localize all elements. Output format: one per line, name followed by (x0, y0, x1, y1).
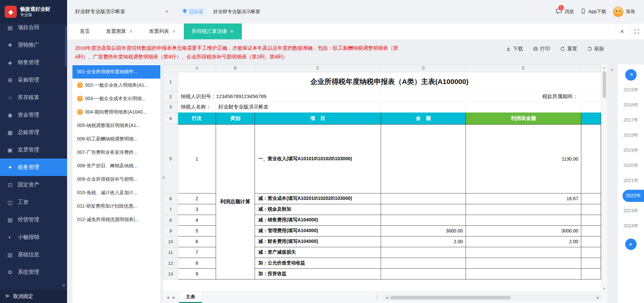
form-list-item[interactable]: ?003-一般企业成本支出明细... (72, 92, 160, 105)
collapse-years-handle[interactable]: » (610, 67, 613, 73)
row-number[interactable]: 8 (163, 215, 178, 225)
certified-badge[interactable]: 已认证 (179, 7, 207, 16)
item-cell[interactable]: 减：资产减值损失 (255, 247, 381, 258)
sheet-tab-main[interactable]: 主表 (179, 292, 202, 303)
sidebar-item[interactable]: ◫工资 (0, 193, 67, 211)
more-sheets-icon[interactable]: ⋮ (371, 295, 384, 301)
cell[interactable] (381, 102, 466, 112)
row-number[interactable]: 1 (163, 72, 178, 91)
app-download-button[interactable]: App下载 (581, 8, 606, 15)
line-number-cell[interactable]: 3 (178, 204, 216, 215)
form-list-item[interactable]: 012-减免所得税优惠明细表(... (72, 213, 160, 226)
cell[interactable] (466, 102, 581, 112)
close-tab-button[interactable]: ✕ (614, 24, 629, 39)
download-button[interactable]: 下载 (506, 46, 523, 52)
sidebar-item[interactable]: ❖营销推广 (0, 36, 67, 54)
sidebar-item[interactable]: ▧经营管理 (0, 211, 67, 228)
amount-cell[interactable] (381, 247, 466, 258)
sidebar-item[interactable]: ◐小畅报销 (0, 228, 67, 246)
column-letter[interactable]: D (381, 64, 466, 72)
row-number[interactable]: 12 (163, 258, 178, 268)
sidebar-item[interactable]: ◈销售管理 (0, 54, 67, 71)
form-list-item[interactable]: ?004-期间费用明细表(A1040... (72, 105, 160, 119)
sidebar-item[interactable]: ⌂库存核算 (0, 89, 67, 106)
row-number[interactable]: 10 (163, 236, 178, 247)
profit-amount-cell[interactable] (466, 204, 581, 215)
item-cell[interactable]: 减：税金及附加 (255, 204, 381, 215)
cell[interactable] (581, 91, 601, 102)
year-item[interactable]: 2021年 (618, 173, 644, 188)
amount-cell[interactable] (381, 215, 466, 225)
taxpayer-id-cell[interactable]: 纳税人识别号：123456789123456789 (178, 91, 381, 102)
line-number-cell[interactable]: 8 (178, 258, 216, 268)
row-number[interactable]: 7 (163, 204, 178, 215)
print-button[interactable]: 打印 (533, 46, 550, 52)
amount-cell[interactable]: 2.00 (381, 236, 466, 247)
cell[interactable] (581, 193, 601, 204)
scroll-right-icon[interactable]: ▶ (595, 295, 601, 300)
profit-amount-cell[interactable]: 18.67 (466, 193, 581, 204)
form-list-item[interactable]: 005-纳税调整项目明细表(A1... (72, 119, 160, 132)
cell[interactable] (581, 204, 601, 215)
collapse-form-list-handle[interactable]: « (162, 174, 165, 181)
form-list-item[interactable]: 010-免税、减计收入及加计... (72, 186, 160, 200)
sidebar-item[interactable]: ⚙系统管理 (0, 263, 67, 281)
profit-amount-cell[interactable] (466, 268, 581, 279)
form-list-item[interactable]: 001-企业所得税年度纳税申... (72, 65, 160, 79)
form-list-item[interactable]: 006-职工薪酬纳税调整明细... (72, 132, 160, 146)
column-letter[interactable]: E (466, 64, 581, 72)
line-number-cell[interactable]: 9 (178, 268, 216, 279)
year-item[interactable]: 2022年 (623, 190, 644, 202)
row-number[interactable]: 13 (163, 268, 178, 279)
scroll-up-icon[interactable]: ▲ (601, 64, 607, 71)
years-scroll-down-button[interactable]: » (625, 239, 637, 250)
sidebar-scrollbar[interactable] (65, 26, 66, 67)
item-cell[interactable]: 一、营业收入(填写A101010\101020\103000) (255, 124, 381, 193)
item-cell[interactable]: 减：财务费用(填写A104000) (255, 236, 381, 247)
profit-amount-cell[interactable]: 1130.00 (466, 124, 581, 193)
year-item[interactable]: 2017年 (618, 113, 644, 128)
tab-active[interactable]: 所得税汇算清缴✕ (184, 24, 242, 39)
item-cell[interactable]: 加：公允价值变动收益 (255, 258, 381, 268)
row-number[interactable]: 4 (163, 112, 178, 124)
vertical-scrollbar[interactable]: ▲ ▼ (601, 64, 607, 292)
column-letter[interactable]: C (255, 64, 381, 72)
column-letter[interactable] (581, 64, 601, 72)
account-set-dropdown[interactable]: 好业财专业版演示帐套 ▼ (72, 6, 172, 17)
cell[interactable] (581, 124, 601, 193)
cell[interactable] (581, 102, 601, 112)
year-item[interactable]: 2018年 (618, 128, 644, 143)
corner-cell[interactable] (163, 64, 178, 72)
amount-cell[interactable] (381, 268, 466, 279)
sidebar-item[interactable]: ◉资金管理 (0, 106, 67, 124)
line-number-cell[interactable]: 6 (178, 236, 216, 247)
horizontal-scrollbar[interactable]: ◀ ▶ (384, 295, 601, 300)
next-sheet-icon[interactable]: ▶ (172, 295, 178, 300)
row-number[interactable]: 2 (163, 91, 178, 102)
profit-amount-cell[interactable]: 2.00 (466, 236, 581, 247)
reset-button[interactable]: 重置 (560, 46, 577, 52)
amount-cell[interactable] (381, 124, 466, 193)
row-number[interactable]: 9 (163, 225, 178, 236)
sidebar-item[interactable]: ▣发票管理 (0, 141, 67, 159)
line-number-cell[interactable]: 2 (178, 193, 216, 204)
tab-item[interactable]: 首页 (72, 24, 98, 39)
tab-item[interactable]: 发票列表✕ (141, 24, 184, 39)
sidebar-item[interactable]: ▦总账管理 (0, 124, 67, 141)
year-item[interactable]: 2015年 (618, 83, 644, 98)
sidebar-item[interactable]: ▥基础信息 (0, 246, 67, 263)
profit-amount-cell[interactable] (466, 258, 581, 268)
sidebar-item[interactable]: ✦税务管理 (0, 159, 67, 176)
amount-cell[interactable]: 3000.00 (381, 225, 466, 236)
cell[interactable] (581, 236, 601, 247)
item-cell[interactable]: 加：投资收益 (255, 268, 381, 279)
year-item[interactable]: 2023年 (618, 204, 644, 219)
cell[interactable] (581, 247, 601, 258)
category-merged-cell[interactable]: 利润总额计算 (216, 124, 255, 279)
cell[interactable] (581, 258, 601, 268)
years-scroll-up-button[interactable]: » (625, 69, 637, 81)
line-number-cell[interactable]: 7 (178, 247, 216, 258)
close-tab-icon[interactable]: ✕ (230, 29, 234, 34)
profit-amount-cell[interactable] (466, 215, 581, 225)
amount-cell[interactable] (381, 193, 466, 204)
